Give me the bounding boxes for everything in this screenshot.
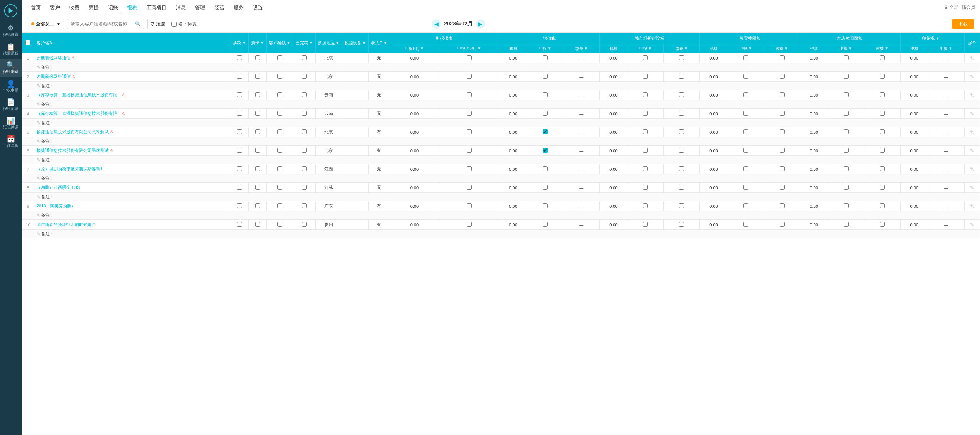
- dfjyf-shenb-checkbox[interactable]: [844, 185, 849, 190]
- sidebar-item-baoshuishezhi[interactable]: ⚙ 报税设置: [0, 22, 22, 40]
- chaoshui-checkbox[interactable]: [237, 129, 242, 134]
- customer-name[interactable]: 畅捷通信息技术股份有限公司民珠测试: [37, 148, 109, 153]
- qingka-checkbox[interactable]: [255, 55, 260, 60]
- edit-icon[interactable]: ✎: [970, 222, 975, 228]
- csj-jiaof-checkbox[interactable]: [679, 92, 684, 97]
- caibao-year-checkbox[interactable]: [467, 92, 472, 97]
- caibao-year-checkbox[interactable]: [467, 74, 472, 79]
- wanshui-checkbox[interactable]: [302, 203, 307, 208]
- nav-jingying[interactable]: 经营: [210, 0, 229, 15]
- member-btn[interactable]: 畅会员: [962, 4, 975, 11]
- csj-jiaof-checkbox[interactable]: [679, 111, 684, 116]
- chaoshui-checkbox[interactable]: [237, 55, 242, 60]
- customer-name-cell[interactable]: （库存核算）直播畅捷通信息技术股份有限...⚠: [34, 109, 230, 119]
- jyf-shenb-checkbox[interactable]: [743, 203, 748, 208]
- customer-name-cell[interactable]: （勿删）江西股金-LSS: [34, 183, 230, 193]
- csj-shenb-checkbox[interactable]: [643, 74, 648, 79]
- jyf-shenb-checkbox[interactable]: [743, 185, 748, 190]
- csj-jiaof-checkbox[interactable]: [679, 203, 684, 208]
- zzs-shenb-checkbox[interactable]: [543, 92, 548, 97]
- caibao-year-checkbox[interactable]: [467, 148, 472, 153]
- qingka-checkbox[interactable]: [255, 203, 260, 208]
- dfjyf-shenb-checkbox[interactable]: [844, 148, 849, 153]
- zzs-shenb-checkbox[interactable]: [543, 55, 548, 60]
- dfjyf-jiaof-checkbox[interactable]: [880, 148, 885, 153]
- caibao-year-checkbox[interactable]: [467, 203, 472, 208]
- wanshui-checkbox[interactable]: [302, 129, 307, 134]
- jyf-jiaof-checkbox[interactable]: [780, 129, 785, 134]
- customer-name[interactable]: （原）误删勿改李艳牙测试斯春新1: [37, 167, 103, 171]
- jyf-jiaof-checkbox[interactable]: [780, 148, 785, 153]
- caibao-year-checkbox[interactable]: [467, 166, 472, 171]
- customer-name[interactable]: （库存核算）直播畅捷通信息技术股份有限...: [37, 111, 121, 116]
- table-container[interactable]: 客户名称 抄税▼ 清卡▼ 客户确认▼ 已完税▼ 所属地区▼ 税控设备▼ 收入C▼…: [22, 33, 980, 435]
- employee-filter-select[interactable]: 全部员工 ▼: [28, 19, 64, 29]
- edit-icon[interactable]: ✎: [970, 111, 975, 117]
- sidebar-item-baoshuiliulan[interactable]: 🔍 报税浏览: [0, 59, 22, 77]
- jyf-jiaof-checkbox[interactable]: [780, 55, 785, 60]
- caibao-year-checkbox[interactable]: [467, 185, 472, 190]
- csj-shenb-checkbox[interactable]: [643, 203, 648, 208]
- wanshui-checkbox[interactable]: [302, 222, 307, 227]
- select-all-checkbox[interactable]: [25, 40, 30, 45]
- dfjyf-jiaof-checkbox[interactable]: [880, 222, 885, 227]
- queren-checkbox[interactable]: [277, 129, 282, 134]
- search-input[interactable]: [71, 21, 133, 27]
- zzs-shenb-checkbox[interactable]: [543, 148, 548, 153]
- queren-checkbox[interactable]: [277, 166, 282, 171]
- dfjyf-shenb-checkbox[interactable]: [844, 111, 849, 116]
- jyf-jiaof-checkbox[interactable]: [780, 111, 785, 116]
- customer-name-cell[interactable]: 测试斯春的凭证打印的时候是否: [34, 220, 230, 230]
- csj-shenb-checkbox[interactable]: [643, 166, 648, 171]
- customer-name[interactable]: （勿删）江西股金-LSS: [37, 185, 80, 190]
- csj-shenb-checkbox[interactable]: [643, 111, 648, 116]
- wanshui-checkbox[interactable]: [302, 166, 307, 171]
- qingka-checkbox[interactable]: [255, 166, 260, 171]
- caibao-year-checkbox[interactable]: [467, 55, 472, 60]
- jyf-jiaof-checkbox[interactable]: [780, 166, 785, 171]
- zzs-shenb-checkbox[interactable]: [543, 222, 548, 227]
- qingka-checkbox[interactable]: [255, 111, 260, 116]
- edit-icon[interactable]: ✎: [970, 74, 975, 80]
- filter-button[interactable]: ▽ 筛选: [147, 19, 168, 29]
- qingka-checkbox[interactable]: [255, 74, 260, 79]
- customer-name-cell[interactable]: 勿删新锐网络通信⚠: [34, 53, 230, 63]
- wanshui-checkbox[interactable]: [302, 148, 307, 153]
- csj-jiaof-checkbox[interactable]: [679, 148, 684, 153]
- qingka-checkbox[interactable]: [255, 185, 260, 190]
- wanshui-checkbox[interactable]: [302, 74, 307, 79]
- queren-checkbox[interactable]: [277, 111, 282, 116]
- queren-checkbox[interactable]: [277, 222, 282, 227]
- customer-name-cell[interactable]: 2013（陶美芳勿删）: [34, 201, 230, 211]
- jyf-jiaof-checkbox[interactable]: [780, 74, 785, 79]
- edit-icon[interactable]: ✎: [970, 185, 975, 191]
- queren-checkbox[interactable]: [277, 148, 282, 153]
- wanshui-checkbox[interactable]: [302, 55, 307, 60]
- next-month-btn[interactable]: ▶: [476, 19, 485, 29]
- nav-xiaoxi[interactable]: 消息: [171, 0, 190, 15]
- sidebar-item-geshuishenb[interactable]: 👤 个税申报: [0, 77, 22, 96]
- customer-name-cell[interactable]: （原）误删勿改李艳牙测试斯春新1: [34, 164, 230, 174]
- dfjyf-shenb-checkbox[interactable]: [844, 222, 849, 227]
- wanshui-checkbox[interactable]: [302, 185, 307, 190]
- queren-checkbox[interactable]: [277, 74, 282, 79]
- prev-month-btn[interactable]: ◀: [432, 19, 441, 29]
- dfjyf-jiaof-checkbox[interactable]: [880, 203, 885, 208]
- jyf-shenb-checkbox[interactable]: [743, 148, 748, 153]
- zzs-shenb-checkbox[interactable]: [543, 74, 548, 79]
- edit-icon[interactable]: ✎: [970, 166, 975, 172]
- sidebar-item-huitongmianshu[interactable]: 📊 汇总摊缴: [0, 114, 22, 133]
- nav-piaoju[interactable]: 票据: [84, 0, 103, 15]
- mingxia-biaodan-label[interactable]: 名下标表: [171, 21, 197, 27]
- dfjyf-jiaof-checkbox[interactable]: [880, 55, 885, 60]
- customer-name[interactable]: 测试斯春的凭证打印的时候是否: [37, 222, 96, 227]
- edit-icon[interactable]: ✎: [970, 148, 975, 154]
- dfjyf-shenb-checkbox[interactable]: [844, 74, 849, 79]
- wanshui-checkbox[interactable]: [302, 111, 307, 116]
- chaoshui-checkbox[interactable]: [237, 203, 242, 208]
- customer-name[interactable]: 勿删新锐网络通信: [37, 74, 71, 79]
- dfjyf-jiaof-checkbox[interactable]: [880, 166, 885, 171]
- nav-guanli[interactable]: 管理: [190, 0, 210, 15]
- dfjyf-jiaof-checkbox[interactable]: [880, 185, 885, 190]
- edit-icon[interactable]: ✎: [970, 92, 975, 98]
